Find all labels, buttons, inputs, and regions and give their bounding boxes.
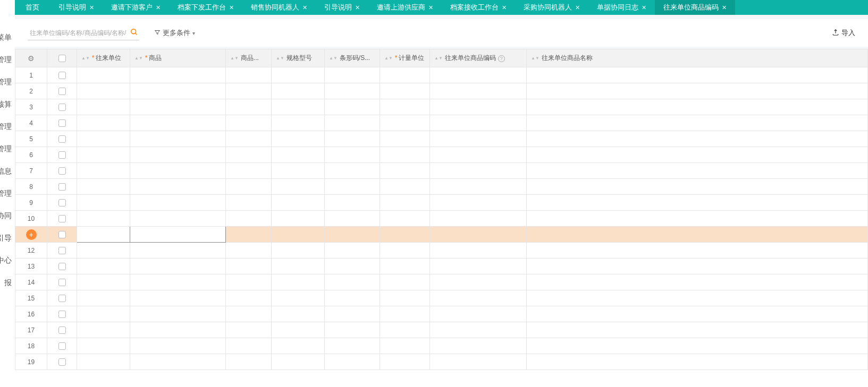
cell[interactable] bbox=[325, 354, 380, 370]
table-row[interactable]: 10 bbox=[15, 211, 868, 227]
sidebar-item-2[interactable]: 管理 bbox=[0, 71, 15, 93]
row-checkbox[interactable] bbox=[58, 183, 66, 191]
row-checkbox[interactable] bbox=[58, 263, 66, 270]
row-checkbox[interactable] bbox=[58, 311, 66, 318]
cell[interactable] bbox=[77, 163, 130, 179]
cell[interactable] bbox=[380, 259, 430, 274]
row-checkbox[interactable] bbox=[58, 119, 66, 127]
row-checkbox[interactable] bbox=[58, 215, 66, 222]
cell[interactable] bbox=[130, 179, 226, 195]
close-icon[interactable]: ✕ bbox=[355, 4, 360, 11]
cell[interactable] bbox=[527, 306, 868, 322]
tab-6[interactable]: 邀请上游供应商✕ bbox=[368, 0, 442, 15]
checkbox-all[interactable] bbox=[58, 55, 66, 62]
cell[interactable] bbox=[77, 274, 130, 290]
sidebar-item-6[interactable]: 信息 bbox=[0, 160, 15, 183]
close-icon[interactable]: ✕ bbox=[502, 4, 507, 11]
row-checkbox[interactable] bbox=[58, 231, 66, 238]
column-header-product-more[interactable]: ▲▼商品... bbox=[226, 49, 272, 67]
cell[interactable] bbox=[527, 115, 868, 131]
table-row[interactable]: 8 bbox=[15, 179, 868, 195]
cell[interactable] bbox=[272, 274, 325, 290]
close-icon[interactable]: ✕ bbox=[229, 4, 234, 11]
cell[interactable] bbox=[325, 322, 380, 338]
cell[interactable] bbox=[380, 211, 430, 227]
close-icon[interactable]: ✕ bbox=[89, 4, 94, 11]
sidebar-item-10[interactable]: 中心 bbox=[0, 250, 15, 272]
row-checkbox[interactable] bbox=[58, 151, 66, 159]
cell[interactable] bbox=[527, 227, 868, 243]
cell[interactable] bbox=[430, 163, 527, 179]
cell[interactable] bbox=[77, 211, 130, 227]
cell[interactable] bbox=[527, 211, 868, 227]
tab-3[interactable]: 档案下发工作台✕ bbox=[169, 0, 242, 15]
tab-1[interactable]: 引导说明✕ bbox=[50, 0, 103, 15]
table-row[interactable]: 13 bbox=[15, 259, 868, 274]
cell[interactable] bbox=[325, 147, 380, 163]
search-input[interactable] bbox=[28, 25, 139, 40]
cell[interactable] bbox=[430, 290, 527, 306]
sidebar-item-0[interactable]: 菜单 bbox=[0, 27, 15, 49]
sidebar-item-11[interactable]: 报 bbox=[0, 272, 15, 294]
cell[interactable] bbox=[380, 274, 430, 290]
cell[interactable] bbox=[527, 99, 868, 115]
cell[interactable] bbox=[430, 227, 527, 243]
table-row[interactable]: 3 bbox=[15, 99, 868, 115]
close-icon[interactable]: ✕ bbox=[302, 4, 307, 11]
cell[interactable] bbox=[430, 131, 527, 147]
table-row[interactable]: 16 bbox=[15, 306, 868, 322]
column-header-spec[interactable]: ▲▼规格型号 bbox=[272, 49, 325, 67]
cell[interactable] bbox=[77, 195, 130, 211]
cell[interactable] bbox=[272, 179, 325, 195]
row-checkbox[interactable] bbox=[58, 167, 66, 175]
table-row[interactable]: + bbox=[15, 227, 868, 243]
cell[interactable] bbox=[325, 99, 380, 115]
cell[interactable] bbox=[430, 259, 527, 274]
cell[interactable] bbox=[325, 259, 380, 274]
column-header-partner-name[interactable]: ▲▼往来单位商品名称 bbox=[527, 49, 868, 67]
cell[interactable] bbox=[527, 195, 868, 211]
cell[interactable] bbox=[130, 147, 226, 163]
tab-10[interactable]: 往来单位商品编码✕ bbox=[655, 0, 735, 15]
sidebar-item-8[interactable]: 协同 bbox=[0, 205, 15, 227]
table-row[interactable]: 19 bbox=[15, 354, 868, 370]
cell[interactable] bbox=[272, 163, 325, 179]
cell[interactable] bbox=[77, 290, 130, 306]
cell[interactable] bbox=[430, 243, 527, 259]
row-checkbox[interactable] bbox=[58, 358, 66, 366]
cell[interactable] bbox=[130, 322, 226, 338]
cell[interactable] bbox=[130, 338, 226, 354]
table-row[interactable]: 18 bbox=[15, 338, 868, 354]
cell[interactable] bbox=[430, 354, 527, 370]
cell[interactable] bbox=[325, 131, 380, 147]
column-header-unit[interactable]: ▲▼*计量单位 bbox=[380, 49, 430, 67]
cell[interactable] bbox=[325, 83, 380, 99]
cell[interactable] bbox=[272, 354, 325, 370]
cell[interactable] bbox=[77, 115, 130, 131]
cell[interactable] bbox=[130, 274, 226, 290]
cell[interactable] bbox=[130, 290, 226, 306]
cell[interactable] bbox=[226, 163, 272, 179]
row-checkbox[interactable] bbox=[58, 104, 66, 111]
cell[interactable] bbox=[130, 259, 226, 274]
cell[interactable] bbox=[226, 67, 272, 83]
tab-0[interactable]: 首页 bbox=[15, 0, 50, 15]
cell[interactable] bbox=[325, 179, 380, 195]
cell[interactable] bbox=[226, 179, 272, 195]
cell[interactable] bbox=[325, 227, 380, 243]
cell[interactable] bbox=[77, 354, 130, 370]
cell[interactable] bbox=[380, 179, 430, 195]
cell[interactable] bbox=[380, 227, 430, 243]
table-row[interactable]: 2 bbox=[15, 83, 868, 99]
cell[interactable] bbox=[527, 338, 868, 354]
cell[interactable] bbox=[130, 211, 226, 227]
cell[interactable] bbox=[272, 131, 325, 147]
cell[interactable] bbox=[130, 227, 226, 243]
table-row[interactable]: 14 bbox=[15, 274, 868, 290]
table-row[interactable]: 12 bbox=[15, 243, 868, 259]
cell[interactable] bbox=[226, 243, 272, 259]
table-row[interactable]: 4 bbox=[15, 115, 868, 131]
table-row[interactable]: 9 bbox=[15, 195, 868, 211]
row-checkbox[interactable] bbox=[58, 72, 66, 79]
cell[interactable] bbox=[226, 99, 272, 115]
